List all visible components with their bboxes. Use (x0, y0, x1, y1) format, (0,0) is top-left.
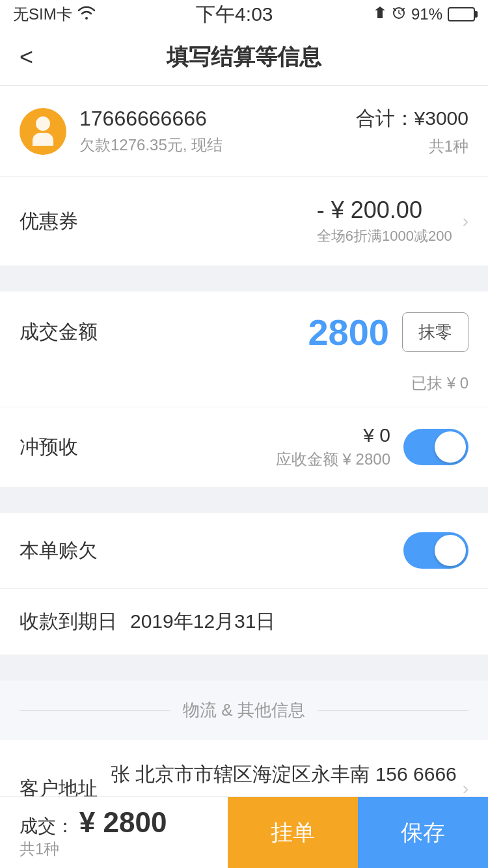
due-date-value: 2019年12月31日 (130, 608, 275, 635)
due-date-label: 收款到期日 (20, 608, 117, 635)
hold-order-button[interactable]: 挂单 (228, 797, 358, 869)
prepaid-toggle[interactable] (403, 429, 468, 465)
battery-icon (448, 7, 475, 21)
avatar-head (36, 116, 50, 131)
coupon-info: - ¥ 200.00 全场6折满1000减200 (317, 197, 452, 246)
avatar (20, 108, 66, 155)
deal-amount-section: 成交金额 2800 抹零 已抹 ¥ 0 冲预收 ¥ 0 应收金额 ¥ 2800 (0, 292, 488, 487)
alarm-icon (392, 5, 406, 23)
deal-amount-right: 2800 抹零 (308, 311, 468, 353)
user-count: 共1种 (356, 136, 468, 157)
page-title: 填写结算等信息 (167, 42, 321, 72)
user-phone: 17666666666 (79, 107, 223, 131)
coupon-label: 优惠券 (20, 208, 78, 235)
round-zero-button[interactable]: 抹零 (402, 312, 468, 352)
user-total: 合计：¥3000 (356, 105, 468, 132)
logistics-line-right (318, 710, 468, 711)
bottom-count: 共1种 (20, 839, 208, 860)
deal-amount-label: 成交金额 (20, 319, 98, 346)
debit-toggle-knob (435, 535, 466, 566)
prepaid-receivable: 应收金额 ¥ 2800 (276, 449, 390, 470)
coupon-right: - ¥ 200.00 全场6折满1000减200 › (317, 197, 468, 246)
user-right: 合计：¥3000 共1种 (356, 105, 468, 157)
user-left: 17666666666 欠款1276.35元, 现结 (20, 107, 223, 156)
divider-1 (0, 278, 488, 292)
debit-toggle[interactable] (403, 532, 468, 569)
debit-section: 本单赊欠 收款到期日 2019年12月31日 (0, 513, 488, 655)
bottom-bar: 成交： ¥ 2800 共1种 挂单 保存 (0, 796, 488, 868)
coupon-row[interactable]: 优惠券 - ¥ 200.00 全场6折满1000减200 › (0, 176, 488, 265)
save-button[interactable]: 保存 (358, 797, 488, 869)
due-date-row: 收款到期日 2019年12月31日 (0, 588, 488, 655)
prepaid-row: 冲预收 ¥ 0 应收金额 ¥ 2800 (0, 407, 488, 487)
signal-text: 无SIM卡 (13, 4, 72, 25)
prepaid-label: 冲预收 (20, 434, 78, 461)
divider-3 (0, 668, 488, 681)
back-button[interactable]: < (20, 44, 33, 71)
debit-label: 本单赊欠 (20, 537, 98, 564)
already-rounded-text: 已抹 ¥ 0 (0, 373, 488, 407)
battery-percentage: 91% (411, 5, 442, 23)
bottom-summary: 成交： ¥ 2800 共1种 (0, 806, 228, 860)
status-bar: 无SIM卡 下午4:03 (0, 0, 488, 29)
debit-row: 本单赊欠 (0, 513, 488, 588)
status-right: 91% (373, 5, 475, 23)
wifi-icon (77, 5, 96, 23)
avatar-icon (33, 116, 53, 146)
chevron-right-icon: › (463, 211, 468, 232)
prepaid-amount: ¥ 0 (276, 424, 390, 446)
status-left: 无SIM卡 (13, 4, 96, 25)
bottom-deal-amount: ¥ 2800 (79, 806, 167, 838)
logistics-line-left (20, 710, 170, 711)
toggle-knob (435, 431, 466, 463)
logistics-header: 物流 & 其他信息 (0, 681, 488, 740)
user-details: 17666666666 欠款1276.35元, 现结 (79, 107, 223, 156)
deal-amount-value: 2800 (308, 311, 389, 353)
deal-amount-row: 成交金额 2800 抹零 (0, 292, 488, 373)
bottom-deal-label: 成交： (20, 816, 74, 836)
user-debt: 欠款1276.35元, 现结 (79, 135, 223, 156)
user-info-row: 17666666666 欠款1276.35元, 现结 合计：¥3000 共1种 (0, 86, 488, 176)
prepaid-right: ¥ 0 应收金额 ¥ 2800 (276, 424, 468, 470)
avatar-body (33, 133, 53, 146)
user-info-section: 17666666666 欠款1276.35元, 现结 合计：¥3000 共1种 … (0, 86, 488, 265)
logistics-title: 物流 & 其他信息 (183, 699, 305, 722)
prepaid-values: ¥ 0 应收金额 ¥ 2800 (276, 424, 390, 470)
nav-bar: < 填写结算等信息 (0, 29, 488, 86)
status-time: 下午4:03 (196, 1, 273, 28)
coupon-amount: - ¥ 200.00 (317, 197, 452, 224)
location-icon (373, 5, 386, 23)
divider-2 (0, 500, 488, 513)
bottom-deal: 成交： ¥ 2800 (20, 806, 208, 839)
coupon-desc: 全场6折满1000减200 (317, 226, 452, 246)
